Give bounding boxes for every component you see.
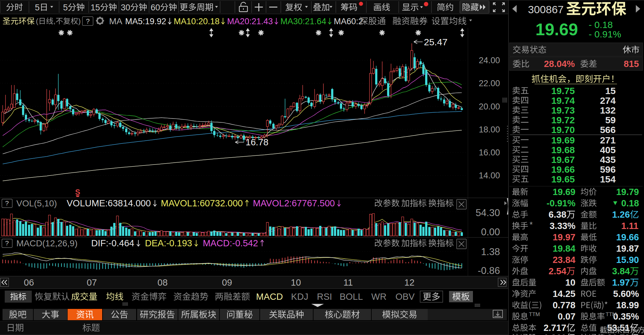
svg-text:S: S — [75, 188, 80, 196]
svg-text:MA10:20.18: MA10:20.18 — [174, 17, 220, 26]
svg-text:19.69: 19.69 — [551, 135, 575, 145]
svg-text:20.00: 20.00 — [479, 102, 500, 111]
svg-text:TTM: TTM — [606, 311, 617, 317]
svg-text:24.00: 24.00 — [479, 56, 500, 65]
svg-text:22.00: 22.00 — [479, 79, 500, 88]
svg-text:MA5:19.92: MA5:19.92 — [125, 17, 166, 26]
svg-text:MA30:21.64: MA30:21.64 — [280, 17, 326, 26]
svg-text:19.70: 19.70 — [551, 125, 575, 135]
svg-text:154: 154 — [600, 174, 616, 184]
svg-text:5.60%: 5.60% — [613, 289, 639, 299]
svg-text:59: 59 — [605, 115, 616, 125]
svg-text:MAVOL2:67767.500: MAVOL2:67767.500 — [253, 198, 335, 208]
svg-text:15.90: 15.90 — [616, 255, 639, 265]
svg-text:WR: WR — [371, 292, 386, 302]
svg-text:435: 435 — [600, 154, 616, 165]
svg-text:RSI: RSI — [317, 292, 332, 302]
svg-text:19.67: 19.67 — [551, 154, 575, 165]
svg-text:6.38: 6.38 — [549, 209, 566, 220]
svg-text:19.97: 19.97 — [552, 232, 575, 242]
svg-text:DIF:-0.464: DIF:-0.464 — [91, 238, 134, 248]
svg-text:815: 815 — [624, 59, 639, 69]
svg-text:14.25: 14.25 — [552, 289, 575, 299]
svg-text:MA60:2: MA60:2 — [334, 17, 363, 26]
svg-text:?: ? — [5, 239, 9, 247]
svg-text:0.18: 0.18 — [621, 198, 639, 208]
svg-text:09: 09 — [222, 277, 232, 288]
svg-text:2.54: 2.54 — [549, 266, 566, 276]
svg-text:MA20:21.43: MA20:21.43 — [227, 17, 273, 26]
svg-text:19.79: 19.79 — [616, 187, 639, 197]
svg-text:5: 5 — [35, 3, 40, 12]
svg-text:- 0.91%: - 0.91% — [589, 29, 621, 39]
svg-text:0.07: 0.07 — [558, 311, 575, 321]
svg-text:MACD:-0.542: MACD:-0.542 — [203, 238, 258, 248]
svg-text:07: 07 — [87, 277, 97, 288]
svg-text:0.00: 0.00 — [481, 226, 500, 237]
svg-text:OBV: OBV — [395, 292, 415, 302]
svg-text:274: 274 — [600, 95, 616, 106]
svg-text:271: 271 — [600, 135, 616, 145]
svg-text:16.00: 16.00 — [479, 148, 500, 157]
svg-text:30: 30 — [121, 3, 130, 12]
svg-text:25.47: 25.47 — [424, 37, 447, 47]
svg-text:12: 12 — [404, 277, 414, 288]
svg-text:15: 15 — [91, 3, 100, 12]
svg-text:?: ? — [86, 17, 90, 25]
svg-text:1.38: 1.38 — [481, 246, 500, 257]
svg-text:(: ( — [36, 17, 38, 25]
svg-text:TTM: TTM — [529, 311, 540, 317]
svg-text:60: 60 — [151, 3, 160, 12]
svg-text:596: 596 — [600, 164, 616, 175]
svg-text:BOLL: BOLL — [340, 292, 363, 302]
svg-text:?: ? — [5, 199, 9, 207]
svg-text:KDJ: KDJ — [291, 292, 308, 302]
svg-text:1.97: 1.97 — [612, 277, 630, 288]
svg-text:1.11: 1.11 — [621, 221, 639, 231]
svg-text:19.69: 19.69 — [536, 20, 578, 39]
svg-text:15: 15 — [605, 86, 616, 96]
svg-text:3.84: 3.84 — [612, 266, 630, 276]
svg-text:54.30: 54.30 — [475, 207, 500, 218]
svg-text:11: 11 — [343, 277, 353, 288]
svg-text:23.84: 23.84 — [552, 255, 575, 265]
svg-text:MACD: MACD — [256, 292, 283, 302]
svg-text:1.26: 1.26 — [612, 209, 630, 220]
svg-text:28.04%: 28.04% — [544, 59, 575, 69]
svg-text:19.66: 19.66 — [616, 232, 639, 242]
svg-text:08: 08 — [158, 277, 168, 288]
svg-text:06: 06 — [24, 277, 34, 288]
svg-text:*: * — [530, 220, 533, 229]
svg-text:18.00: 18.00 — [479, 125, 500, 134]
svg-text:MAVOL1:60732.000: MAVOL1:60732.000 — [161, 198, 243, 208]
svg-text:19.65: 19.65 — [551, 174, 575, 184]
svg-text:19.73: 19.73 — [551, 105, 575, 115]
svg-text:5: 5 — [63, 3, 68, 12]
svg-text:132: 132 — [600, 105, 616, 115]
svg-text:DEA:-0.193: DEA:-0.193 — [145, 238, 192, 248]
svg-text:-0.91%: -0.91% — [547, 198, 575, 208]
svg-text:19.74: 19.74 — [551, 95, 575, 106]
svg-text:19.68: 19.68 — [551, 145, 575, 155]
svg-text:14.00: 14.00 — [479, 171, 500, 180]
svg-text:10: 10 — [291, 277, 301, 288]
svg-text:300867: 300867 — [528, 3, 564, 15]
svg-text:16.78: 16.78 — [246, 137, 269, 147]
svg-text:VOLUME:63814.000: VOLUME:63814.000 — [67, 198, 151, 208]
svg-text:2.717: 2.717 — [543, 323, 566, 333]
svg-text:19.72: 19.72 — [551, 115, 575, 125]
svg-text:19.87: 19.87 — [616, 243, 639, 254]
svg-text:-0.86: -0.86 — [478, 265, 500, 276]
svg-text:10: 10 — [565, 277, 575, 288]
svg-text:19.69: 19.69 — [552, 187, 575, 197]
svg-text:MACD(12,26,9): MACD(12,26,9) — [16, 238, 78, 248]
svg-text:19.84: 19.84 — [552, 243, 575, 254]
svg-text:3.33%: 3.33% — [550, 221, 575, 231]
svg-text:0.778: 0.778 — [552, 300, 575, 310]
svg-text:26.78: 26.78 — [607, 333, 630, 335]
svg-text:- 0.18: - 0.18 — [589, 20, 613, 30]
svg-text:MA: MA — [109, 16, 122, 26]
svg-text:19.75: 19.75 — [551, 86, 575, 96]
svg-text:VOL(5,10): VOL(5,10) — [16, 198, 57, 208]
svg-text:19.66: 19.66 — [551, 164, 575, 175]
